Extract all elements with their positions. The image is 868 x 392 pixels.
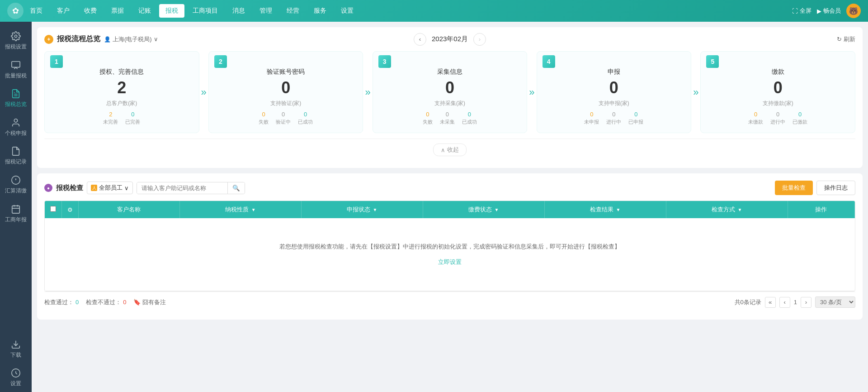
play-icon: ▶ [817, 8, 821, 14]
main-content: + 报税流程总览 👤 上海(电子税局) ∨ ‹ 2023年02月 › ↻ 刷新 [32, 22, 868, 392]
sidebar-item-tax-settings[interactable]: 报税设置 [0, 26, 32, 55]
nav-manage[interactable]: 管理 [253, 4, 278, 18]
fail-count-link[interactable]: 0 [123, 299, 126, 306]
first-page-button[interactable]: « [765, 297, 776, 308]
step-4-wrapper: 4 申报 0 支持申报(家) 0 未申报 0 进行中 [537, 51, 692, 133]
sidebar-label-personal-tax: 个税申报 [5, 130, 27, 137]
nav-home[interactable]: 首页 [24, 4, 49, 18]
check-header: ● 报税检查 人 全部员工 ∨ 🔍 批量检查 操作日志 [44, 181, 855, 195]
step-1-sublabel: 总客户数(家) [52, 100, 192, 107]
fail-label: 检查不通过： [86, 298, 121, 306]
step-3-stat-3-label: 已成功 [462, 119, 477, 125]
nav-fees[interactable]: 收费 [78, 4, 103, 18]
sidebar-item-annual-settlement[interactable]: 汇算清缴 [0, 170, 32, 199]
nav-messages[interactable]: 消息 [226, 4, 251, 18]
th-gear[interactable]: ⚙ [62, 201, 79, 218]
nav-business[interactable]: 工商项目 [186, 4, 224, 18]
sidebar-item-batch-tax[interactable]: 批量报税 [0, 55, 32, 84]
th-check-result[interactable]: 检查结果 ▼ [544, 201, 666, 218]
step-4-title: 申报 [544, 68, 684, 76]
per-page-select[interactable]: 30 条/页 50 条/页 100 条/页 [815, 296, 855, 308]
th-check-method[interactable]: 检查方式 ▼ [666, 201, 788, 218]
step-2-sublabel: 支持验证(家) [216, 100, 356, 107]
collapse-button[interactable]: ∧ 收起 [433, 143, 467, 156]
region-selector[interactable]: 👤 上海(电子税局) ∨ [104, 35, 158, 43]
sidebar-item-download[interactable]: 下载 [0, 335, 32, 363]
search-input[interactable] [137, 182, 227, 194]
step-5-stat-3-num: 0 [798, 111, 802, 118]
nav-accounting[interactable]: 记账 [132, 4, 157, 18]
sidebar-label-download: 下载 [10, 352, 21, 359]
th-report-status[interactable]: 申报状态 ▼ [301, 201, 423, 218]
step-4-stat-1-num: 0 [590, 111, 593, 118]
check-method-filter-icon: ▼ [737, 207, 742, 212]
pass-count-link[interactable]: 0 [75, 299, 79, 306]
next-month-button[interactable]: › [473, 33, 486, 46]
empty-state-row: 若您想使用报税检查功能，请先在【报税设置】中进行报税的初始化设置，完成密码验证和… [45, 218, 855, 291]
step-3-stats: 0 失败 0 未采集 0 已成功 [380, 111, 520, 125]
fullscreen-button[interactable]: ⛶ 全屏 [792, 7, 811, 15]
search-button[interactable]: 🔍 [227, 182, 245, 194]
note-label: 囧有备注 [142, 298, 166, 306]
nav-service[interactable]: 服务 [307, 4, 333, 18]
staff-filter-dropdown[interactable]: 人 全部员工 ∨ [87, 182, 133, 194]
user-avatar[interactable]: 🐻 [846, 4, 861, 18]
fullscreen-icon: ⛶ [792, 8, 798, 14]
region-label: 上海(电子税局) [113, 35, 152, 43]
step-1-stats: 2 未完善 0 已完善 [52, 111, 192, 125]
step-5-stat-2-label: 进行中 [770, 119, 785, 125]
step-4-stat-1-label: 未申报 [584, 119, 599, 125]
setup-link[interactable]: 立即设置 [438, 258, 462, 265]
step-3-stat-2-label: 未采集 [440, 119, 455, 125]
step-3-stat-1-num: 0 [426, 111, 429, 118]
step-2-stat-2: 0 验证中 [276, 111, 291, 125]
step-5-badge: 5 [706, 55, 719, 68]
collapse-bar: ∧ 收起 [44, 139, 855, 161]
refresh-button[interactable]: ↻ 刷新 [837, 35, 855, 43]
th-payment-status[interactable]: 缴费状态 ▼ [423, 201, 544, 218]
sidebar-item-tax-record[interactable]: 报税记录 [0, 141, 32, 170]
step-1-stat-2-num: 0 [131, 111, 134, 118]
table-footer: 检查通过： 0 检查不通过： 0 🔖 囧有备注 共0条记录 « ‹ 1 › 30… [44, 292, 855, 312]
nav-tax[interactable]: 报税 [159, 4, 184, 18]
prev-page-button[interactable]: ‹ [779, 297, 790, 308]
operation-log-button[interactable]: 操作日志 [816, 181, 855, 195]
step-4-stats: 0 未申报 0 进行中 0 已申报 [544, 111, 684, 125]
batch-tax-icon [10, 60, 21, 71]
step-1-stat-2-label: 已完善 [125, 119, 140, 125]
next-page-button[interactable]: › [801, 297, 811, 308]
select-all-checkbox[interactable] [50, 206, 56, 212]
nav-invoice[interactable]: 票据 [105, 4, 130, 18]
step-4-stat-2: 0 进行中 [606, 111, 621, 125]
nav-settings[interactable]: 设置 [335, 4, 360, 18]
th-checkbox[interactable] [45, 201, 62, 218]
sidebar-item-annual-report[interactable]: 工商年报 [0, 199, 32, 228]
nav-customer[interactable]: 客户 [51, 4, 76, 18]
sidebar-item-personal-tax[interactable]: 个税申报 [0, 113, 32, 142]
annual-report-icon [10, 204, 21, 215]
th-tax-type[interactable]: 纳税性质 ▼ [179, 201, 301, 218]
refresh-label: 刷新 [844, 35, 855, 43]
sidebar-item-settings[interactable]: 设置 [0, 363, 32, 392]
member-button[interactable]: ▶ 畅会员 [817, 7, 841, 15]
staff-dropdown-icon: ∨ [124, 185, 129, 191]
step-5-stat-1-num: 0 [754, 111, 757, 118]
table-header: ⚙ 客户名称 纳税性质 ▼ 申报状态 ▼ 缴费状态 ▼ 检查结果 ▼ 检查方式 … [45, 201, 855, 218]
prev-month-button[interactable]: ‹ [414, 33, 426, 46]
empty-state: 若您想使用报税检查功能，请先在【报税设置】中进行报税的初始化设置，完成密码验证和… [50, 223, 849, 286]
step-5-stats: 0 未缴款 0 进行中 0 已缴款 [708, 111, 848, 125]
step-3-stat-3: 0 已成功 [462, 111, 477, 125]
month-nav: ‹ 2023年02月 › [414, 33, 486, 46]
batch-check-button[interactable]: 批量检查 [775, 181, 813, 195]
flow-steps: 1 授权、完善信息 2 总客户数(家) 2 未完善 0 已完善 [44, 51, 855, 133]
download-icon [10, 339, 21, 350]
sidebar-item-tax-overview[interactable]: 报税总览 [0, 84, 32, 113]
nav-operations[interactable]: 经营 [280, 4, 306, 18]
payment-status-filter-icon: ▼ [495, 207, 499, 212]
search-box: 🔍 [137, 182, 245, 194]
step-2-stat-1-label: 失败 [259, 119, 269, 125]
step-1-number: 2 [52, 80, 192, 96]
tax-type-filter-icon: ▼ [251, 207, 256, 212]
step-5-stat-2-num: 0 [776, 111, 779, 118]
footer-note-stat: 🔖 囧有备注 [133, 298, 166, 306]
